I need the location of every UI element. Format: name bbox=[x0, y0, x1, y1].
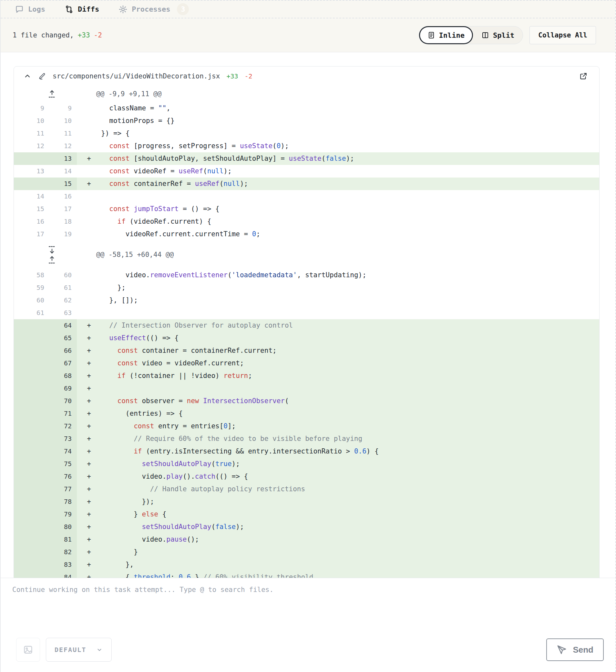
tab-processes[interactable]: Processes 3 bbox=[118, 3, 189, 15]
composer-input[interactable] bbox=[1, 578, 615, 626]
expand-up-button[interactable] bbox=[47, 89, 56, 98]
diff-line: 64+ // Intersection Observer for autopla… bbox=[14, 319, 599, 332]
diff-sign: + bbox=[77, 508, 101, 521]
new-line-number: 61 bbox=[49, 281, 77, 294]
new-line-number: 11 bbox=[49, 127, 77, 140]
diff-line: 6062 }, []); bbox=[14, 294, 599, 307]
old-line-number: 59 bbox=[14, 281, 49, 294]
diff-sign bbox=[77, 215, 101, 228]
code-text: if (videoRef.current) { bbox=[101, 215, 599, 228]
inline-view-button[interactable]: Inline bbox=[419, 26, 473, 44]
inline-view-label: Inline bbox=[439, 31, 465, 39]
old-line-number: 9 bbox=[14, 102, 49, 115]
split-view-button[interactable]: Split bbox=[473, 26, 523, 44]
diff-sign bbox=[77, 269, 101, 281]
new-line-number: 17 bbox=[49, 203, 77, 215]
new-line-number: 9 bbox=[49, 102, 77, 115]
changes-summary: 1 file changed, +33 -2 bbox=[13, 31, 102, 39]
old-line-number bbox=[14, 508, 49, 521]
code-text: } else { bbox=[101, 508, 599, 521]
new-line-number: 19 bbox=[49, 228, 77, 240]
diff-line: 74+ if (entry.isIntersecting && entry.in… bbox=[14, 445, 599, 458]
diff-line: 1517 const jumpToStart = () => { bbox=[14, 203, 599, 215]
diff-rows: @@ -9,9 +9,11 @@99 className = "",1010 m… bbox=[14, 86, 599, 583]
code-text bbox=[101, 190, 599, 203]
diff-line: 78+ }); bbox=[14, 495, 599, 508]
new-line-number: 72 bbox=[49, 420, 77, 433]
old-line-number bbox=[14, 395, 49, 407]
diff-sign: + bbox=[77, 521, 101, 533]
code-text: // Require 60% of the video to be visibl… bbox=[101, 433, 599, 445]
tab-diffs[interactable]: Diffs bbox=[65, 5, 99, 14]
expand-down-button[interactable] bbox=[47, 245, 56, 254]
code-text: // Handle autoplay policy restrictions bbox=[101, 483, 599, 495]
diff-sign: + bbox=[77, 395, 101, 407]
diff-line: 82+ } bbox=[14, 546, 599, 558]
code-text: video.pause(); bbox=[101, 533, 599, 546]
diff-sign bbox=[77, 294, 101, 307]
old-line-number bbox=[14, 420, 49, 433]
tab-logs[interactable]: Logs bbox=[15, 5, 45, 14]
code-text: }, []); bbox=[101, 294, 599, 307]
old-line-number bbox=[14, 546, 49, 558]
diff-line: 1111}) => { bbox=[14, 127, 599, 140]
open-external-button[interactable] bbox=[579, 72, 588, 80]
code-text: if (!container || !video) return; bbox=[101, 370, 599, 382]
git-compare-icon bbox=[65, 5, 74, 14]
diff-line: 1719 videoRef.current.currentTime = 0; bbox=[14, 228, 599, 240]
collapse-file-button[interactable] bbox=[24, 72, 31, 80]
old-line-number: 11 bbox=[14, 127, 49, 140]
expand-up-button[interactable] bbox=[47, 255, 56, 264]
profile-select[interactable]: DEFAULT bbox=[46, 638, 112, 662]
code-text: useEffect(() => { bbox=[101, 332, 599, 344]
new-line-number: 70 bbox=[49, 395, 77, 407]
diff-sign bbox=[77, 115, 101, 127]
split-view-label: Split bbox=[493, 31, 514, 39]
old-line-number bbox=[14, 470, 49, 483]
attach-image-button[interactable] bbox=[16, 638, 40, 662]
old-line-number bbox=[14, 407, 49, 420]
chevron-down-icon bbox=[96, 646, 103, 653]
processes-count-badge: 3 bbox=[177, 3, 189, 15]
composer: DEFAULT Send bbox=[1, 578, 615, 672]
diff-sign: + bbox=[77, 319, 101, 332]
summary-text: 1 file changed, bbox=[13, 31, 74, 39]
diff-sign: + bbox=[77, 483, 101, 495]
diff-sign bbox=[77, 190, 101, 203]
diff-line: 69+ bbox=[14, 382, 599, 395]
new-line-number: 75 bbox=[49, 458, 77, 470]
hunk-expand-controls bbox=[14, 245, 77, 264]
old-line-number: 13 bbox=[14, 165, 49, 178]
send-button[interactable]: Send bbox=[546, 638, 604, 661]
old-line-number: 58 bbox=[14, 269, 49, 281]
diff-line: 13+ const [shouldAutoPlay, setShouldAuto… bbox=[14, 152, 599, 165]
tab-bar: Logs Diffs Processes 3 bbox=[1, 0, 615, 18]
diff-sign: + bbox=[77, 178, 101, 190]
diff-sign bbox=[77, 102, 101, 115]
code-text: setShouldAutoPlay(false); bbox=[101, 521, 599, 533]
file-path: src/components/ui/VideoWithDecoration.js… bbox=[53, 72, 220, 80]
diff-sign bbox=[77, 203, 101, 215]
diff-line: 77+ // Handle autoplay policy restrictio… bbox=[14, 483, 599, 495]
diff-sign: + bbox=[77, 357, 101, 370]
gear-icon bbox=[118, 5, 128, 14]
old-line-number: 61 bbox=[14, 307, 49, 319]
old-line-number bbox=[14, 319, 49, 332]
new-line-number: 10 bbox=[49, 115, 77, 127]
old-line-number: 10 bbox=[14, 115, 49, 127]
collapse-all-button[interactable]: Collapse All bbox=[529, 26, 596, 44]
code-text: } bbox=[101, 546, 599, 558]
diff-sign: + bbox=[77, 152, 101, 165]
code-text: const containerRef = useRef(null); bbox=[101, 178, 599, 190]
code-text: video.removeEventListener('loadedmetadat… bbox=[101, 269, 599, 281]
code-text: const entry = entries[0]; bbox=[101, 420, 599, 433]
diff-sign bbox=[77, 228, 101, 240]
chat-icon bbox=[15, 5, 24, 14]
code-text: const [shouldAutoPlay, setShouldAutoPlay… bbox=[101, 152, 599, 165]
old-line-number bbox=[14, 152, 49, 165]
diff-line: 15+ const containerRef = useRef(null); bbox=[14, 178, 599, 190]
diff-line: 5961 }; bbox=[14, 281, 599, 294]
hunk-header-text: @@ -58,15 +60,44 @@ bbox=[77, 251, 174, 259]
diff-sign: + bbox=[77, 470, 101, 483]
code-text: }, bbox=[101, 558, 599, 571]
